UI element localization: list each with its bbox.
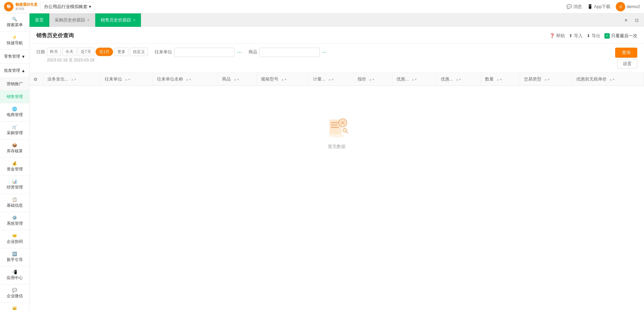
date-btn-custom[interactable]: 自定义 [130, 48, 148, 56]
tab-home[interactable]: 首页 [30, 13, 49, 27]
tab-purchase-close-icon[interactable]: × [87, 18, 90, 22]
sidebar-item-marketing[interactable]: 营销推广 [0, 78, 29, 91]
sort-icon-4: ▲▼ [233, 78, 239, 81]
sidebar-item-guide[interactable]: 🆕 新手引导 [0, 248, 29, 266]
sidebar-item-apps[interactable]: 📲 应用中心 [0, 266, 29, 285]
top-bar-right: 💬 消息 📱 App下载 d demo2 [567, 2, 640, 11]
query-button[interactable]: 查询 [615, 48, 637, 58]
goods-dots-icon[interactable]: ··· [322, 49, 327, 55]
date-btn-yesterday[interactable]: 昨天 [47, 48, 61, 56]
th-pretax-price[interactable]: 优惠前无税单价 ▲▼ [572, 73, 644, 86]
th-trade-type-label: 交易类型 [524, 76, 541, 82]
sort-icon-10: ▲▼ [496, 78, 502, 81]
user-area[interactable]: d demo2 [616, 2, 640, 11]
th-quantity[interactable]: 数量 ▲▼ [481, 73, 520, 86]
settings-gear-icon: ⚙ [34, 77, 38, 82]
page-header-actions: ❓ 帮助 ⬆ 导入 ⬇ 导出 ✓ 只看最后一次 [549, 33, 637, 39]
partner-input[interactable] [174, 48, 234, 57]
sort-icon-2: ▲▼ [125, 78, 131, 81]
logo-area: 畅 畅捷通好生意 标准版 [4, 2, 38, 11]
partner-input-group: ··· [174, 48, 241, 57]
tab-sales-history[interactable]: 销售历史价跟踪 × [95, 13, 141, 27]
sidebar-item-business[interactable]: 📊 经营管理 [0, 176, 29, 194]
th-discount2[interactable]: 优惠... ▲▼ [436, 73, 481, 86]
tab-purchase-history[interactable]: 采购历史价跟踪 × [49, 13, 95, 27]
logo-sub: 标准版 [15, 7, 38, 11]
sort-icon-6: ▲▼ [328, 78, 334, 81]
search-icon: 🔍 [12, 17, 17, 21]
th-discount1-label: 优惠... [396, 76, 409, 82]
filter-date-group: 日期 昨天 今天 近7天 近1月 更多 自定义 2023-02-18 至 202… [36, 48, 148, 63]
sidebar-item-inventory[interactable]: 📦 库存核算 [0, 140, 29, 158]
partner-dots-icon[interactable]: ··· [237, 49, 241, 55]
sidebar-item-wholesale[interactable]: 批发管理 ▲ [0, 64, 29, 78]
info-icon: 📋 [12, 197, 17, 202]
message-label: 消息 [573, 4, 582, 10]
help-action[interactable]: ❓ 帮助 [549, 33, 565, 39]
sidebar-item-sales[interactable]: 销售管理 [0, 91, 29, 103]
collab-icon: 🤝 [12, 234, 17, 238]
tab-sales-close-icon[interactable]: × [133, 18, 136, 22]
data-table: ⚙ 业务发生... ▲▼ 往来单位 ▲▼ 往来单位名称 [30, 73, 644, 86]
sidebar-item-finance[interactable]: 💰 资金管理 [0, 158, 29, 176]
empty-text: 暂无数据 [328, 144, 345, 150]
tab-close-all-button[interactable]: ✕ [621, 15, 631, 25]
wechat-label: 企业微信 [7, 293, 23, 299]
sort-icon-5: ▲▼ [281, 78, 287, 81]
th-spec[interactable]: 规格型号 ▲▼ [257, 73, 309, 86]
only-last-checkbox[interactable]: ✓ 只看最后一次 [604, 33, 637, 39]
settings-button[interactable]: 设置 [617, 59, 637, 68]
sidebar-item-wechat[interactable]: 💬 企业微信 [0, 285, 29, 303]
download-action[interactable]: 📱 App下载 [587, 4, 610, 10]
system-label: 系统管理 [7, 221, 23, 226]
th-discount1[interactable]: 优惠... ▲▼ [392, 73, 436, 86]
th-settings[interactable]: ⚙ [30, 73, 43, 86]
th-business-date-label: 业务发生... [47, 76, 68, 82]
message-action[interactable]: 💬 消息 [567, 4, 582, 10]
th-trade-type[interactable]: 交易类型 ▲▼ [520, 73, 572, 86]
export-label: 导出 [592, 33, 600, 39]
logo-text-area: 畅捷通好生意 标准版 [15, 2, 38, 11]
goods-input[interactable] [259, 48, 320, 57]
th-partner-name[interactable]: 往来单位名称 ▲▼ [153, 73, 218, 86]
import-action[interactable]: ⬆ 导入 [569, 33, 583, 39]
user-name: demo2 [627, 4, 640, 9]
help-icon: ❓ [549, 33, 555, 38]
sort-icon-3: ▲▼ [185, 78, 192, 81]
date-btn-today[interactable]: 今天 [62, 48, 76, 56]
th-unit[interactable]: 计量... ▲▼ [309, 73, 353, 86]
import-icon: ⬆ [569, 33, 573, 38]
tab-maximize-button[interactable]: ⊡ [632, 15, 641, 25]
inventory-icon: 📦 [12, 143, 17, 148]
nav-icon: ⚡ [12, 35, 17, 40]
date-btn-1month[interactable]: 近1月 [96, 48, 113, 56]
sidebar-item-collab[interactable]: 🤝 企业协同 [0, 230, 29, 248]
retail-label: 零售管理 [4, 54, 20, 59]
sidebar-item-nav[interactable]: ⚡ 快捷导航 [0, 32, 29, 50]
sidebar-item-purchase[interactable]: 🛒 采购管理 [0, 121, 29, 140]
th-business-date[interactable]: 业务发生... ▲▼ [43, 73, 101, 86]
marketing-label: 营销推广 [7, 81, 23, 87]
sort-icon-1: ▲▼ [71, 78, 77, 81]
sidebar-item-info[interactable]: 📋 基础信息 [0, 194, 29, 212]
th-price[interactable]: 报价 ▲▼ [353, 73, 392, 86]
th-quantity-label: 数量 [485, 76, 494, 82]
th-goods[interactable]: 商品 ▲▼ [218, 73, 257, 86]
page-header: 销售历史价查询 ❓ 帮助 ⬆ 导入 ⬇ 导出 ✓ [30, 27, 644, 44]
date-btn-more[interactable]: 更多 [114, 48, 128, 56]
date-btn-7days[interactable]: 近7天 [78, 48, 94, 56]
th-pretax-price-label: 优惠前无税单价 [576, 76, 607, 82]
ecommerce-icon: 🌐 [12, 107, 17, 111]
export-action[interactable]: ⬇ 导出 [587, 33, 600, 39]
sidebar-item-ecommerce[interactable]: 🌐 电商管理 [0, 103, 29, 121]
sidebar-item-retail[interactable]: 零售管理 ▼ [0, 50, 29, 64]
sidebar-item-search[interactable]: 🔍 搜索菜单 [0, 13, 29, 32]
info-label: 基础信息 [7, 203, 23, 208]
import-label: 导入 [574, 33, 583, 39]
workspace-selector[interactable]: 办公用品行业模拟账套 ▾ [40, 2, 95, 11]
th-partner[interactable]: 往来单位 ▲▼ [101, 73, 153, 86]
sidebar-item-member[interactable]: 👑 畅会员 [0, 303, 29, 310]
th-price-label: 报价 [358, 76, 366, 82]
download-icon: 📱 [587, 4, 593, 9]
sidebar-item-system[interactable]: ⚙️ 系统管理 [0, 212, 29, 230]
